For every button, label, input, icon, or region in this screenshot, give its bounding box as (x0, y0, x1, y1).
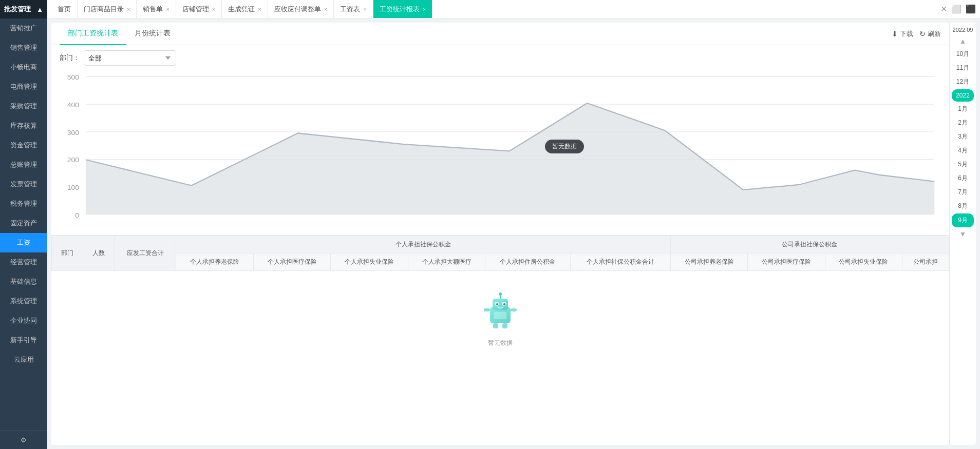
sidebar-item-invoice[interactable]: 发票管理 (0, 174, 47, 194)
svg-rect-21 (484, 308, 490, 311)
sidebar-item-tax[interactable]: 税务管理 (0, 194, 47, 213)
chart-tooltip-text: 暂无数据 (552, 143, 577, 150)
tab-close-all-icon[interactable]: ✕ (940, 4, 947, 14)
tab-restore-icon[interactable]: ⬜ (951, 4, 962, 14)
svg-point-20 (499, 292, 502, 296)
timeline-month-11[interactable]: 11月 (950, 61, 976, 75)
sidebar-toggle-icon[interactable]: ▲ (36, 6, 43, 13)
sidebar-item-enterprise[interactable]: 企业协同 (0, 311, 47, 330)
tab-receivable[interactable]: 应收应付调整单 × (268, 0, 334, 18)
tab-home-label: 首页 (58, 5, 71, 14)
tab-catalog-close[interactable]: × (127, 6, 130, 12)
timeline-month-5[interactable]: 5月 (950, 158, 976, 171)
svg-text:0: 0 (75, 211, 79, 219)
chart-tooltip: 暂无数据 (545, 140, 584, 153)
tab-store-close[interactable]: × (212, 6, 215, 12)
sidebar-item-guide[interactable]: 新手引导 (0, 330, 47, 350)
timeline-current-date: 2022.09 (952, 25, 974, 35)
timeline-month-7[interactable]: 7月 (950, 185, 976, 199)
svg-point-18 (503, 303, 505, 305)
col-group-company: 公司承担社保公积金 (670, 236, 949, 253)
refresh-button[interactable]: ↻ 刷新 (919, 29, 941, 38)
sub-tab-monthly-stats[interactable]: 月份统计表 (126, 23, 179, 45)
svg-text:300: 300 (67, 129, 79, 136)
sidebar-item-ecommerce-small[interactable]: 小畅电商 (0, 57, 47, 77)
sub-tab-dept-stats[interactable]: 部门工资统计表 (60, 23, 126, 45)
tab-home[interactable]: 首页 (51, 0, 78, 18)
sidebar-item-accounting[interactable]: 总账管理 (0, 155, 47, 174)
main-area: 首页 门店商品目录 × 销售单 × 店铺管理 × 生成凭证 × 应收应付调整单 … (47, 0, 980, 449)
tab-payroll-report[interactable]: 工资统计报表 × (373, 0, 432, 18)
timeline-month-3[interactable]: 3月 (950, 130, 976, 144)
tab-store-label: 店铺管理 (182, 5, 209, 14)
sidebar-item-marketing[interactable]: 营销推广 (0, 18, 47, 38)
timeline-month-8[interactable]: 8月 (950, 199, 976, 213)
timeline-month-9[interactable]: 9月 (952, 213, 974, 227)
sidebar-item-ecommerce[interactable]: 电商管理 (0, 77, 47, 96)
svg-rect-22 (511, 308, 517, 311)
timeline-down-arrow[interactable]: ▼ (957, 228, 969, 240)
col-company-unemployment: 公司承担失业保险 (825, 253, 902, 271)
download-label: 下载 (900, 29, 913, 38)
tab-catalog[interactable]: 门店商品目录 × (78, 0, 137, 18)
main-panel: 部门工资统计表 月份统计表 ⬇ 下载 ↻ 刷新 (51, 23, 949, 445)
col-personal-pension: 个人承担养老保险 (176, 253, 253, 271)
tab-payroll-report-label: 工资统计报表 (380, 5, 420, 14)
tab-minimize-icon[interactable]: ⬛ (966, 4, 976, 14)
toolbar: 部门： 全部 (51, 45, 949, 71)
timeline-month-2[interactable]: 2月 (950, 116, 976, 130)
sidebar-item-sales[interactable]: 销售管理 (0, 38, 47, 57)
sidebar: 批发管理 ▲ 营销推广 销售管理 小畅电商 电商管理 采购管理 库存核算 资金管… (0, 0, 47, 449)
sidebar-item-operations[interactable]: 经营管理 (0, 252, 47, 272)
tab-production[interactable]: 生成凭证 × (222, 0, 268, 18)
dept-select[interactable]: 全部 (84, 50, 176, 66)
timeline-month-12[interactable]: 12月 (950, 75, 976, 89)
tab-receivable-close[interactable]: × (324, 6, 327, 12)
tab-payroll-table[interactable]: 工资表 × (334, 0, 373, 18)
timeline-month-6[interactable]: 6月 (950, 171, 976, 185)
tab-sales-order-close[interactable]: × (166, 6, 169, 12)
timeline-year-2022[interactable]: 2022 (952, 89, 974, 102)
download-icon: ⬇ (892, 30, 898, 38)
sidebar-item-finance[interactable]: 资金管理 (0, 135, 47, 155)
col-personal-medical: 个人承担医疗保险 (253, 253, 330, 271)
tab-payroll-report-close[interactable]: × (423, 6, 426, 12)
tab-sales-order-label: 销售单 (143, 5, 163, 14)
timeline-month-4[interactable]: 4月 (950, 144, 976, 158)
download-button[interactable]: ⬇ 下载 (892, 29, 913, 38)
timeline-up-arrow[interactable]: ▲ (957, 35, 969, 47)
sidebar-item-inventory[interactable]: 库存核算 (0, 116, 47, 135)
sidebar-item-payroll[interactable]: 工资 (0, 233, 47, 252)
svg-marker-12 (86, 103, 934, 214)
tab-payroll-table-close[interactable]: × (363, 6, 366, 12)
sidebar-item-system[interactable]: 系统管理 (0, 291, 47, 311)
empty-row: 暂无数据 (52, 271, 949, 368)
tab-receivable-label: 应收应付调整单 (274, 5, 321, 14)
col-personal-total: 个人承担社保公积金合计 (570, 253, 670, 271)
sidebar-settings[interactable]: ⚙ (0, 431, 47, 449)
svg-rect-24 (502, 323, 507, 328)
timeline-month-10[interactable]: 10月 (950, 47, 976, 61)
tab-store[interactable]: 店铺管理 × (176, 0, 222, 18)
content-area: 部门工资统计表 月份统计表 ⬇ 下载 ↻ 刷新 (47, 18, 980, 449)
sidebar-item-cloud[interactable]: 云应用 (0, 350, 47, 369)
dept-label: 部门： (60, 53, 80, 63)
svg-text:100: 100 (67, 184, 79, 191)
tab-production-close[interactable]: × (258, 6, 261, 12)
refresh-label: 刷新 (928, 29, 941, 38)
empty-text: 暂无数据 (488, 339, 513, 347)
timeline-month-1[interactable]: 1月 (950, 102, 976, 116)
sidebar-item-purchase[interactable]: 采购管理 (0, 96, 47, 116)
tab-sales-order[interactable]: 销售单 × (137, 0, 176, 18)
col-personal-bigmedical: 个人承担大额医疗 (408, 253, 485, 271)
sidebar-item-assets[interactable]: 固定资产 (0, 213, 47, 233)
sub-tab-dept-stats-label: 部门工资统计表 (68, 29, 118, 38)
empty-state: 暂无数据 (52, 271, 949, 368)
table-container[interactable]: 部门 人数 应发工资合计 个人承担社保公积金 公司承担社保公积金 个人承担养老保… (51, 235, 949, 445)
col-company-other: 公司承担 (902, 253, 949, 271)
sidebar-item-basic[interactable]: 基础信息 (0, 272, 47, 291)
chart-container: 500 400 300 200 100 0 (51, 71, 949, 235)
refresh-icon: ↻ (919, 30, 926, 38)
sidebar-header: 批发管理 ▲ (0, 0, 47, 18)
svg-rect-25 (494, 312, 506, 319)
